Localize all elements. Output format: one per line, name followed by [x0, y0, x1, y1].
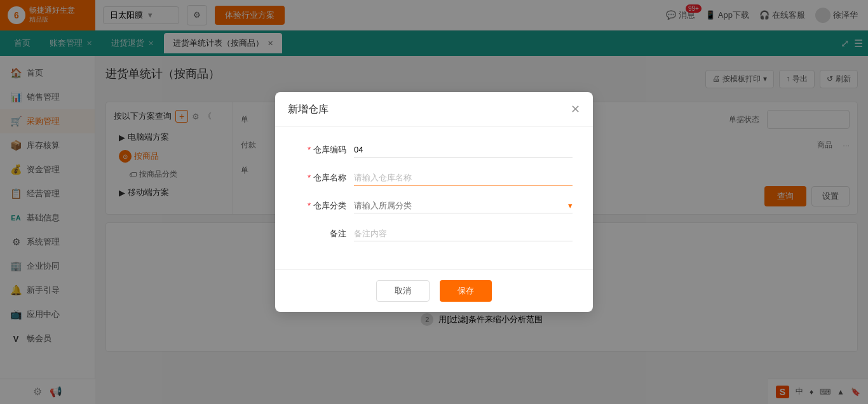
form-row-name: 仓库名称 [295, 170, 573, 185]
category-label: 仓库分类 [295, 200, 346, 212]
category-dropdown-icon[interactable]: ▾ [568, 201, 573, 210]
form-row-code: 仓库编码 [295, 142, 573, 158]
form-row-notes: 备注 [295, 226, 573, 241]
save-button[interactable]: 保存 [440, 280, 492, 302]
name-input[interactable] [354, 170, 573, 185]
dialog-header: 新增仓库 ✕ [275, 92, 593, 127]
add-warehouse-dialog: 新增仓库 ✕ 仓库编码 仓库名称 仓库分类 ▾ 备注 取消 保存 [275, 92, 593, 312]
category-select-row: ▾ [354, 198, 573, 213]
dialog-body: 仓库编码 仓库名称 仓库分类 ▾ 备注 [275, 127, 593, 269]
notes-input[interactable] [354, 226, 573, 241]
cancel-button[interactable]: 取消 [376, 280, 430, 302]
notes-label: 备注 [295, 228, 346, 239]
name-label: 仓库名称 [295, 172, 346, 184]
dialog-title: 新增仓库 [288, 103, 329, 116]
code-label: 仓库编码 [295, 144, 346, 156]
dialog-close-button[interactable]: ✕ [571, 102, 580, 116]
dialog-footer: 取消 保存 [275, 269, 593, 312]
code-input[interactable] [354, 142, 573, 158]
category-input[interactable] [354, 201, 568, 210]
form-row-category: 仓库分类 ▾ [295, 198, 573, 213]
